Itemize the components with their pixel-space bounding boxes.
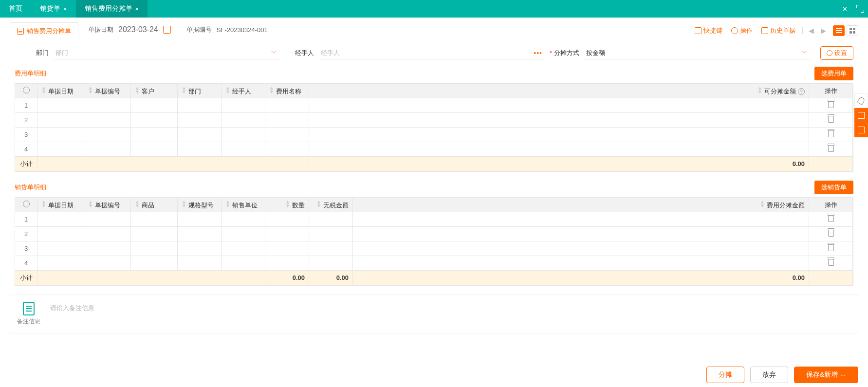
trash-icon[interactable] [828,230,834,237]
trash-icon[interactable] [828,101,834,108]
table-row[interactable]: 4 [15,142,853,157]
clipboard-icon [23,302,35,315]
doc-type-tab[interactable]: 销售费用分摊单 [10,22,78,39]
trash-icon[interactable] [828,259,834,266]
shortcut-link[interactable]: 快捷键 [692,26,725,35]
table-row[interactable]: 2 [15,113,853,128]
col-op: 操作 [809,198,853,212]
docno-label: 单据编号 [186,25,212,34]
gear-column[interactable] [15,198,37,212]
table-row[interactable]: 1 [15,98,853,113]
help-icon[interactable]: ? [798,88,805,95]
calendar-icon[interactable] [163,26,171,34]
settings-button[interactable]: 设置 [820,46,853,60]
remark-box: 备注信息 请输入备注信息 [10,295,858,333]
remark-input[interactable]: 请输入备注信息 [50,302,851,313]
col-unit[interactable]: ▲▼销售单位 [222,198,265,212]
next-record-icon[interactable]: ▶ [819,27,828,35]
col-expense-name[interactable]: ▲▼费用名称 [265,84,309,98]
sales-section: 销货单明细 选销货单 ▲▼单据日期 ▲▼单据编号 ▲▼商品 ▲▼规格型号 ▲▼销… [0,179,868,286]
gear-icon [731,27,738,34]
select-expense-button[interactable]: 选费用单 [814,67,853,80]
gear-icon [23,201,30,207]
col-spec[interactable]: ▲▼规格型号 [178,198,222,212]
col-item[interactable]: ▲▼商品 [131,198,178,212]
list-view-toggle[interactable] [833,25,845,36]
expand-icon [858,127,865,133]
expense-section: 费用单明细 选费用单 ▲▼单据日期 ▲▼单据编号 ▲▼客户 ▲▼部门 ▲▼经手人… [0,65,868,172]
filter-row: 部门 部门 ﹀ 经手人 经手人 ••• *分摊方式 按金额 ﹀ 设置 [0,39,868,65]
sales-title: 销货单明细 [15,183,46,192]
col-customer[interactable]: ▲▼客户 [131,84,178,98]
allocate-button[interactable]: 分摊 [706,367,744,383]
trash-icon[interactable] [828,145,834,152]
subtotal-row: 小计0.00 [15,157,853,171]
gear-column[interactable] [15,84,37,98]
save-add-button[interactable]: 保存&新增︿ [794,367,858,383]
gear-icon [827,50,832,56]
table-row[interactable]: 1 [15,212,853,227]
date-value[interactable]: 2023-03-24 [118,25,158,34]
col-dept[interactable]: ▲▼部门 [178,84,222,98]
col-notax[interactable]: ▲▼无税金额 [309,198,353,212]
trash-icon[interactable] [828,215,834,222]
col-op: 操作 [809,84,853,98]
tab-sales-order[interactable]: 销货单× [31,0,76,18]
history-icon [761,27,768,34]
right-dock [854,93,868,137]
dept-select[interactable]: 部门 ﹀ [54,46,280,60]
attachment-button[interactable] [854,93,868,108]
history-link[interactable]: 历史单据 [758,26,798,35]
trash-icon[interactable] [828,116,834,123]
close-icon[interactable]: × [63,5,67,13]
more-icon: ••• [534,49,542,57]
dept-field: 部门 部门 ﹀ [15,46,280,60]
table-row[interactable]: 3 [15,128,853,142]
docno-value: SF-20230324-001 [217,26,268,34]
table-row[interactable]: 4 [15,256,853,271]
document-icon [17,28,24,35]
chevron-down-icon: ﹀ [271,49,277,57]
col-allocatable-amount[interactable]: ▲▼可分摊金额? [309,84,809,98]
col-alloc-amount[interactable]: ▲▼费用分摊金额 [353,198,809,212]
paperclip-icon [857,96,865,105]
close-panel-icon[interactable]: ✕ [837,0,852,18]
top-tab-bar: 首页 销货单× 销售费用分摊单× ✕ [0,0,868,18]
col-handler[interactable]: ▲▼经手人 [222,84,265,98]
handler-lookup[interactable]: 经手人 ••• [319,46,545,60]
remark-label: 备注信息 [17,317,40,326]
close-icon[interactable]: × [135,5,139,13]
table-row[interactable]: 2 [15,227,853,241]
prev-record-icon[interactable]: ◀ [807,27,816,35]
handler-field: 经手人 经手人 ••• [280,46,545,60]
fullscreen-icon[interactable] [852,0,868,18]
date-label: 单据日期 [88,25,113,34]
col-date[interactable]: ▲▼单据日期 [37,198,84,212]
tab-home[interactable]: 首页 [0,0,31,18]
select-sales-button[interactable]: 选销货单 [814,181,853,194]
col-qty[interactable]: ▲▼数量 [265,198,309,212]
expand-button-1[interactable] [854,108,868,123]
trash-icon[interactable] [828,244,834,251]
keyboard-icon [695,27,702,34]
subtotal-row: 小计0.000.000.00 [15,271,853,285]
method-select[interactable]: 按金额 ﹀ [584,46,811,60]
footer-bar: 分摊 放弃 保存&新增︿ [0,362,868,387]
gear-icon [23,87,30,93]
grid-view-toggle[interactable] [847,25,858,36]
expense-title: 费用单明细 [15,69,46,78]
trash-icon[interactable] [828,130,834,137]
table-row[interactable]: 3 [15,241,853,256]
sales-table: ▲▼单据日期 ▲▼单据编号 ▲▼商品 ▲▼规格型号 ▲▼销售单位 ▲▼数量 ▲▼… [15,197,853,286]
col-date[interactable]: ▲▼单据日期 [37,84,84,98]
expense-table: ▲▼单据日期 ▲▼单据编号 ▲▼客户 ▲▼部门 ▲▼经手人 ▲▼费用名称 ▲▼可… [15,83,853,172]
operations-link[interactable]: 操作 [728,26,756,35]
chevron-down-icon: ﹀ [802,49,808,57]
cancel-button[interactable]: 放弃 [750,367,788,383]
method-field: *分摊方式 按金额 ﹀ [545,46,811,60]
col-no[interactable]: ▲▼单据编号 [84,84,131,98]
col-no[interactable]: ▲▼单据编号 [84,198,131,212]
expand-button-2[interactable] [854,123,868,137]
doc-header: 销售费用分摊单 单据日期 2023-03-24 单据编号 SF-20230324… [0,18,868,39]
tab-expense-allocation[interactable]: 销售费用分摊单× [76,0,148,18]
